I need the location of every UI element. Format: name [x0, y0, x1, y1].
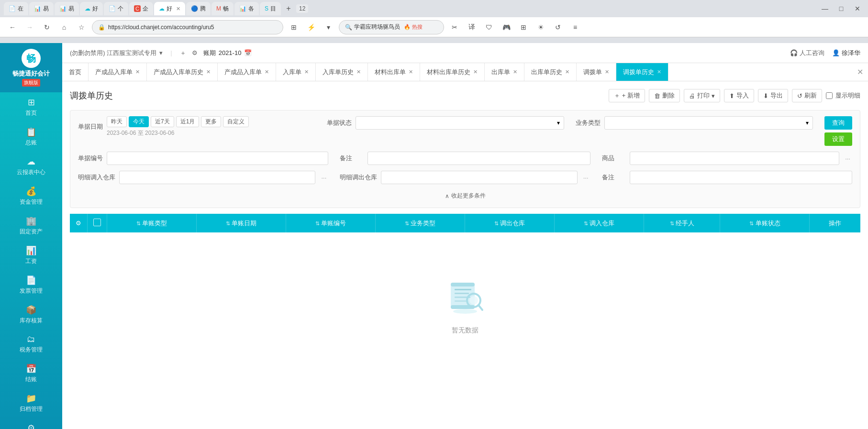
company-selector[interactable]: (勿删勿禁用) 江西服宝测试专用 ▾ — [70, 49, 163, 57]
th-doc-date[interactable]: 单账日期 — [196, 214, 286, 232]
th-in-warehouse[interactable]: 调入仓库 — [554, 214, 644, 232]
display-toggle[interactable]: 显示明细 — [826, 91, 860, 100]
browser-tab-1[interactable]: 📄 在 — [4, 2, 28, 15]
new-record-button[interactable]: ＋ + 新增 — [609, 89, 645, 102]
reload-button[interactable]: ↻ — [40, 21, 54, 34]
sidebar-item-settings[interactable]: ⚙ 基础设置 — [0, 418, 62, 429]
sidebar-item-tax[interactable]: 🗂 税务管理 — [0, 330, 62, 359]
export-button[interactable]: ⬇ 导出 — [758, 89, 788, 102]
status-select[interactable]: ▾ — [356, 116, 564, 130]
close-all-tabs-button[interactable]: ✕ — [852, 67, 868, 77]
back-button[interactable]: ← — [6, 21, 19, 34]
th-doc-type[interactable]: 单账类型 — [107, 214, 197, 232]
th-gear[interactable]: ⚙ — [70, 214, 88, 232]
th-checkbox[interactable] — [88, 214, 107, 232]
th-biz-type[interactable]: 业务类型 — [375, 214, 465, 232]
app-tab-3-close[interactable]: ✕ — [265, 69, 269, 75]
sidebar-item-report[interactable]: ☁ 云报表中心 — [0, 152, 62, 181]
select-all-checkbox[interactable] — [93, 219, 101, 226]
browser-search-bar[interactable]: 🔍 学霸应聘场驱鸟员 🔥 热搜 — [339, 20, 444, 34]
app-tab-3[interactable]: 产成品入库单 ✕ — [218, 63, 276, 81]
shield-icon[interactable]: 🛡 — [482, 21, 496, 34]
to-warehouse-input[interactable] — [381, 171, 577, 184]
table-gear-icon[interactable]: ⚙ — [76, 220, 81, 227]
app-tab-6-close[interactable]: ✕ — [409, 69, 413, 75]
app-tab-2-close[interactable]: ✕ — [206, 69, 211, 75]
hidden-tab-count[interactable]: 12 — [296, 4, 308, 13]
app-tab-10-close[interactable]: ✕ — [605, 69, 609, 75]
to-warehouse-picker-icon[interactable]: ··· — [581, 174, 590, 181]
remark-input[interactable] — [367, 152, 590, 165]
app-tab-4-close[interactable]: ✕ — [304, 69, 309, 75]
sidebar-item-archive[interactable]: 📁 归档管理 — [0, 388, 62, 418]
app-tab-6[interactable]: 材料出库单 ✕ — [368, 63, 420, 81]
app-tab-9[interactable]: 出库单历史 ✕ — [524, 63, 577, 81]
app-tab-5[interactable]: 入库单历史 ✕ — [316, 63, 368, 81]
from-warehouse-input[interactable] — [119, 171, 315, 184]
th-out-warehouse[interactable]: 调出仓库 — [465, 214, 554, 232]
browser-tab-10[interactable]: 📊 各 — [234, 2, 259, 15]
app-tab-8-close[interactable]: ✕ — [513, 69, 517, 75]
settings-button[interactable]: 设置 — [824, 132, 852, 146]
app-tab-7-close[interactable]: ✕ — [473, 69, 478, 75]
biztype-select[interactable]: ▾ — [604, 116, 813, 130]
sidebar-item-ledger[interactable]: 📋 总账 — [0, 122, 62, 152]
goods-input[interactable] — [630, 152, 839, 165]
import-button[interactable]: ⬆ 导入 — [724, 89, 754, 102]
home-button[interactable]: ⌂ — [57, 21, 71, 34]
extensions-button[interactable]: ⊞ — [287, 21, 300, 34]
more-date-btn[interactable]: 更多 — [201, 116, 221, 127]
sidebar-item-asset[interactable]: 🏢 固定资产 — [0, 211, 62, 241]
sidebar-item-stock[interactable]: 📦 库存核算 — [0, 300, 62, 330]
app-tab-1-close[interactable]: ✕ — [135, 69, 140, 75]
translate-icon[interactable]: 译 — [465, 21, 479, 34]
app-tab-8[interactable]: 出库单 ✕ — [485, 63, 524, 81]
service-button[interactable]: 🎧 人工咨询 — [790, 49, 824, 57]
browser-tab-8[interactable]: 🔵 腾 — [186, 2, 211, 15]
sidebar-item-salary[interactable]: 📊 工资 — [0, 241, 62, 270]
goods-picker-icon[interactable]: ··· — [843, 155, 852, 162]
close-window-button[interactable]: ✕ — [851, 2, 864, 15]
docnum-input[interactable] — [107, 152, 328, 165]
grid-icon[interactable]: ⊞ — [517, 21, 530, 34]
sidebar-item-home[interactable]: ⊞ 首页 — [0, 92, 62, 122]
custom-date-btn[interactable]: 自定义 — [223, 116, 249, 127]
forward-button[interactable]: → — [23, 21, 36, 34]
app-tab-2[interactable]: 产成品入库单历史 ✕ — [147, 63, 218, 81]
collapse-button[interactable]: ∧ 收起更多条件 — [443, 190, 488, 202]
th-doc-status[interactable]: 单账状态 — [720, 214, 810, 232]
minimize-button[interactable]: — — [818, 2, 832, 15]
delete-button[interactable]: 🗑 删除 — [649, 89, 680, 102]
lightning-button[interactable]: ⚡ — [304, 21, 318, 34]
browser-tab-9[interactable]: M 畅 — [211, 2, 234, 15]
remark2-input[interactable] — [630, 171, 852, 184]
app-tab-7[interactable]: 材料出库单历史 ✕ — [420, 63, 485, 81]
browser-tab-7[interactable]: ☁ 好 ✕ — [154, 2, 185, 15]
app-tab-11-active[interactable]: 调拨单历史 ✕ — [616, 63, 668, 81]
th-handler[interactable]: 经手人 — [644, 214, 720, 232]
browser-tab-5[interactable]: 📄 个 — [104, 2, 128, 15]
browser-tab-6[interactable]: C 企 — [129, 2, 153, 15]
app-tab-5-close[interactable]: ✕ — [356, 69, 361, 75]
app-tab-11-close[interactable]: ✕ — [657, 69, 661, 75]
add-company-button[interactable]: ＋ — [180, 49, 186, 57]
app-tab-4[interactable]: 入库单 ✕ — [276, 63, 316, 81]
browser-tab-7-close[interactable]: ✕ — [176, 6, 180, 12]
query-button[interactable]: 查询 — [824, 116, 852, 130]
yesterday-btn[interactable]: 昨天 — [107, 116, 127, 127]
sidebar-item-capital[interactable]: 💰 资金管理 — [0, 181, 62, 211]
maximize-button[interactable]: □ — [835, 2, 848, 15]
display-checkbox[interactable] — [826, 92, 833, 99]
scissor-icon[interactable]: ✂ — [448, 21, 461, 34]
browser-tab-2[interactable]: 📊 易 — [29, 2, 54, 15]
refresh-button[interactable]: ↺ 刷新 — [792, 89, 822, 102]
app-tab-1[interactable]: 产成品入库单 ✕ — [89, 63, 147, 81]
bookmark-button[interactable]: ☆ — [75, 21, 88, 34]
sidebar-item-close[interactable]: 📅 结账 — [0, 359, 62, 388]
app-tab-9-close[interactable]: ✕ — [565, 69, 569, 75]
browser-tab-3[interactable]: 📊 易 — [55, 2, 79, 15]
browser-tab-4[interactable]: ☁ 好 — [80, 2, 103, 15]
dropdown-button[interactable]: ▾ — [322, 21, 335, 34]
browser-tab-11[interactable]: S 目 — [260, 2, 281, 15]
period-selector[interactable]: 账期 2021-10 📅 — [203, 49, 252, 57]
